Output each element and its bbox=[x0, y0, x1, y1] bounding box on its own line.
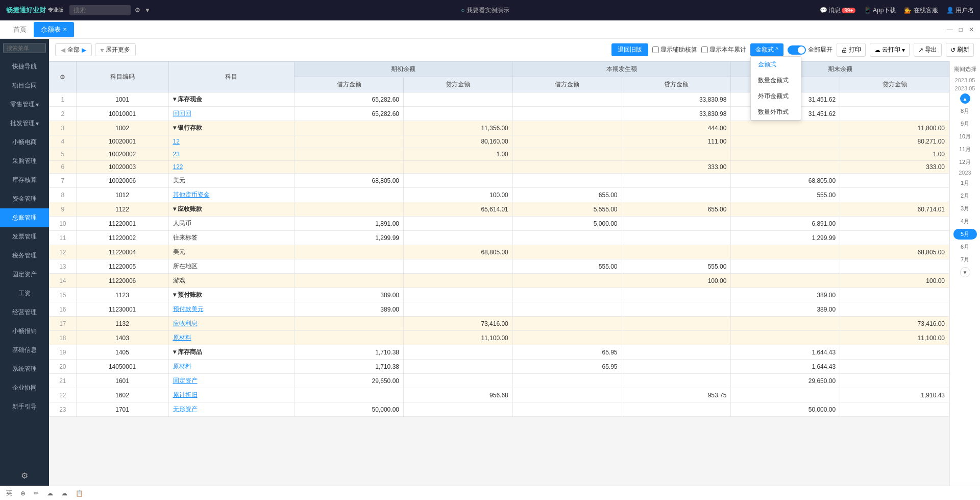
sidebar-item-basic-info[interactable]: 基础信息 bbox=[0, 341, 49, 360]
month-1[interactable]: 1月 bbox=[953, 178, 977, 188]
tab-close-icon[interactable]: ✕ bbox=[63, 27, 67, 32]
sidebar-item-inventory[interactable]: 库存核算 bbox=[0, 171, 49, 189]
breadcrumb-btn[interactable]: ◀ 全部 ▶ bbox=[55, 43, 92, 56]
month-12[interactable]: 12月 bbox=[953, 157, 977, 168]
expand-icon[interactable]: ▼ bbox=[144, 7, 151, 14]
sidebar-item-enterprise-coop[interactable]: 企业协同 bbox=[0, 378, 49, 397]
month-3[interactable]: 3月 bbox=[953, 203, 977, 214]
messages-btn[interactable]: 💬 消息 99+ bbox=[820, 6, 855, 15]
back-old-version-btn[interactable]: 退回旧版 bbox=[611, 43, 648, 56]
month-11[interactable]: 11月 bbox=[953, 144, 977, 155]
status-icon-5[interactable]: ☁ bbox=[61, 490, 67, 497]
debit-closing: 1,644.43 bbox=[731, 345, 840, 360]
credit-current bbox=[622, 360, 731, 374]
sidebar-item-purchase-mgmt[interactable]: 采购管理 bbox=[0, 152, 49, 171]
period-nav-up[interactable]: ▲ bbox=[960, 93, 970, 104]
show-ytd-check[interactable]: 显示本年累计 bbox=[701, 45, 746, 54]
sidebar-item-operations-mgmt[interactable]: 经营管理 bbox=[0, 303, 49, 322]
period-end: 2023.05 bbox=[955, 85, 975, 91]
sidebar-item-wholesale-mgmt[interactable]: 批发管理 ▾ bbox=[0, 114, 49, 133]
month-8[interactable]: 8月 bbox=[953, 106, 977, 116]
sidebar-item-general-ledger[interactable]: 总账管理 bbox=[0, 208, 49, 227]
month-10[interactable]: 10月 bbox=[953, 131, 977, 142]
table-settings-icon[interactable]: ⚙ bbox=[50, 62, 77, 92]
month-6[interactable]: 6月 bbox=[953, 242, 977, 252]
account-name[interactable]: 应收利息 bbox=[168, 317, 295, 331]
table-row: 1011220001人民币1,891.005,000.006,891.00 bbox=[50, 217, 949, 231]
show-assist-check[interactable]: 显示辅助核算 bbox=[652, 45, 697, 54]
row-number: 2 bbox=[50, 107, 77, 121]
account-name[interactable]: 固定资产 bbox=[168, 374, 295, 388]
credit-closing: 1,910.43 bbox=[840, 388, 949, 402]
print-btn[interactable]: 🖨 打印 bbox=[837, 43, 866, 57]
format-dropdown-btn[interactable]: 金额式 ^ bbox=[750, 43, 783, 56]
table-container[interactable]: ⚙ 科目编码 科目 期初余额 本期发生额 期末余额 借方金额 贷方金额 借方金额… bbox=[49, 61, 949, 486]
month-9[interactable]: 9月 bbox=[953, 118, 977, 129]
account-name[interactable]: 122 bbox=[168, 161, 295, 174]
account-name[interactable]: 12 bbox=[168, 135, 295, 148]
breadcrumb-arrow-right[interactable]: ▶ bbox=[82, 46, 86, 54]
tab-balance[interactable]: 余额表 ✕ bbox=[34, 22, 74, 37]
app-download-btn[interactable]: 📱 App下载 bbox=[864, 6, 896, 15]
export-icon: ↗ bbox=[918, 46, 923, 54]
debit-closing: 389.00 bbox=[731, 302, 840, 317]
sidebar-item-new-guide[interactable]: 新手引导 bbox=[0, 397, 49, 416]
settings-icon[interactable]: ⚙ bbox=[135, 7, 140, 14]
debit-current bbox=[512, 161, 622, 174]
account-name[interactable]: 原材料 bbox=[168, 360, 295, 374]
th-credit-opening: 贷方金额 bbox=[403, 77, 512, 92]
sidebar-item-tax-mgmt[interactable]: 税务管理 bbox=[0, 246, 49, 265]
month-4[interactable]: 4月 bbox=[953, 216, 977, 227]
sidebar-item-capital-mgmt[interactable]: 资金管理 bbox=[0, 189, 49, 208]
format-option-amount[interactable]: 金额式 bbox=[751, 57, 801, 73]
account-name[interactable]: 无形资产 bbox=[168, 402, 295, 417]
close-icon[interactable]: ✕ bbox=[969, 26, 974, 33]
sidebar-item-ecommerce[interactable]: 小畅电商 bbox=[0, 133, 49, 152]
status-icon-4[interactable]: ☁ bbox=[47, 490, 53, 497]
account-name[interactable]: 其他货币资金 bbox=[168, 188, 295, 202]
minimize-icon[interactable]: — bbox=[947, 26, 953, 33]
account-name[interactable]: 23 bbox=[168, 148, 295, 161]
toggle-switch-icon[interactable] bbox=[788, 45, 806, 55]
maximize-icon[interactable]: □ bbox=[959, 26, 963, 33]
sidebar-item-project-contract[interactable]: 项目合同 bbox=[0, 76, 49, 95]
month-7[interactable]: 7月 bbox=[953, 254, 977, 265]
month-2[interactable]: 2月 bbox=[953, 191, 977, 201]
sidebar-settings-icon[interactable]: ⚙ bbox=[21, 471, 28, 480]
user-avatar[interactable]: 👤 用户名 bbox=[946, 6, 974, 15]
expand-more-btn[interactable]: ▿ 展开更多 bbox=[95, 43, 136, 56]
search-input[interactable] bbox=[69, 5, 131, 15]
status-icon-1[interactable]: 英 bbox=[6, 489, 12, 497]
format-option-qty-foreign[interactable]: 数量外币式 bbox=[751, 104, 801, 120]
status-icon-2[interactable]: ⊕ bbox=[20, 490, 26, 497]
status-icon-3[interactable]: ✏ bbox=[34, 490, 39, 497]
table-row: 1211220004美元68,805.0068,805.00 bbox=[50, 245, 949, 259]
format-option-qty-amount[interactable]: 数量金额式 bbox=[751, 73, 801, 88]
refresh-btn[interactable]: ↺ 刷新 bbox=[946, 43, 974, 57]
account-name[interactable]: 原材料 bbox=[168, 331, 295, 345]
sidebar-search-input[interactable] bbox=[3, 43, 46, 53]
tab-home[interactable]: 首页 bbox=[6, 22, 34, 37]
demo-link[interactable]: ○ 我要看实例演示 bbox=[151, 6, 820, 15]
month-5[interactable]: 5月 bbox=[953, 229, 977, 240]
account-name[interactable]: 预付款美元 bbox=[168, 302, 295, 317]
period-nav-down[interactable]: ▼ bbox=[960, 267, 970, 277]
sidebar-item-payroll[interactable]: 工资 bbox=[0, 284, 49, 303]
export-btn[interactable]: ↗ 导出 bbox=[914, 43, 942, 57]
account-name[interactable]: 回回回 bbox=[168, 107, 295, 121]
credit-current bbox=[622, 288, 731, 302]
format-option-foreign-amount[interactable]: 外币金额式 bbox=[751, 88, 801, 104]
account-code: 1403 bbox=[76, 331, 168, 345]
sidebar-item-fixed-assets[interactable]: 固定资产 bbox=[0, 265, 49, 284]
sidebar-item-report[interactable]: 小畅报销 bbox=[0, 322, 49, 341]
online-service-btn[interactable]: 💁 在线客服 bbox=[904, 6, 938, 15]
status-icon-6[interactable]: 📋 bbox=[76, 490, 83, 497]
sidebar-item-system-mgmt[interactable]: 系统管理 bbox=[0, 360, 49, 378]
sidebar-item-quick-nav[interactable]: 快捷导航 bbox=[0, 57, 49, 76]
expand-all-toggle[interactable]: 全部展开 bbox=[788, 45, 832, 55]
sidebar-item-retail-mgmt[interactable]: 零售管理 ▾ bbox=[0, 95, 49, 114]
th-name: 科目 bbox=[168, 62, 295, 92]
cloud-print-btn[interactable]: ☁ 云打印 ▾ bbox=[870, 43, 910, 57]
account-name[interactable]: 累计折旧 bbox=[168, 388, 295, 402]
sidebar-item-invoice-mgmt[interactable]: 发票管理 bbox=[0, 227, 49, 246]
